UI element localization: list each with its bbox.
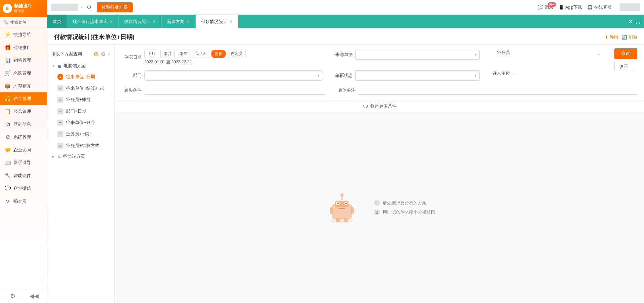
source-select-arrow: ▾ (475, 53, 477, 57)
online-service-action[interactable]: 🎧 在线客服 (587, 4, 612, 10)
topbar-actions: 💬 消息 99+ 📱 App下载 🎧 在线客服 (538, 3, 640, 11)
scheme-item-unit-settle[interactable]: ≡往来单位+结算方式 (47, 83, 114, 94)
scheme-item-icon-unit-account: ≣ (57, 120, 63, 126)
export-btn[interactable]: ⬆ 导出 (605, 34, 618, 40)
scheme-item-staff-date[interactable]: ≡业务员+日期 (47, 128, 114, 140)
app-name: 畅捷通巧 (14, 3, 32, 9)
settings-footer-btn[interactable]: ⚙ (3, 292, 22, 300)
filter-area: 单据日期 上月本月本年近7天更多自定义 2022-01-01 至 2022-12… (115, 45, 644, 112)
group-icon-mobile: 🖥 (57, 154, 61, 159)
sidebar-item-system[interactable]: ⚙系统管理 (0, 131, 47, 144)
empty-steps: 1 请先选择要分析的方案 2 用过滤条件来缩小分析范围 (374, 200, 435, 215)
collapse-panel-icon[interactable]: « (108, 51, 110, 57)
sidebar-item-basic[interactable]: 🗂基础信息 (0, 118, 47, 131)
scheme-item-unit-account[interactable]: ≣往来单位+账号 (47, 117, 114, 128)
message-action[interactable]: 💬 消息 99+ (538, 4, 553, 10)
dept-select[interactable]: ▾ (144, 70, 322, 81)
date-btn-更多[interactable]: 更多 (211, 50, 226, 58)
sidebar-item-vip[interactable]: V畅会员 (0, 195, 47, 208)
collapse-filter-btn[interactable]: ∧∧ 收起更多条件 (115, 100, 644, 112)
vip-icon: V (5, 198, 11, 204)
svg-point-13 (340, 193, 344, 197)
tab-close-receipt-stats[interactable]: ✕ (152, 19, 156, 24)
scheme-item-unit-date[interactable]: ●往来单位+日期 (47, 71, 114, 83)
sidebar-item-cooperation[interactable]: 🤝企业协同 (0, 144, 47, 156)
page-title: 付款情况统计(往来单位+日期) (54, 33, 135, 41)
tab-payment-stats[interactable]: 付款情况统计✕ (196, 15, 238, 28)
scheme-item-staff-account[interactable]: ≡业务员+账号 (47, 94, 114, 105)
date-btn-本年[interactable]: 本年 (177, 50, 191, 58)
user-dropdown-arrow[interactable]: ▾ (81, 5, 83, 9)
settings-scheme-icon[interactable]: ⚙ (101, 51, 106, 57)
filter-row-2: 部门 ▾ 单据状态 ▾ (121, 70, 637, 81)
scheme-group-header-mobile[interactable]: ▶🖥移动端方案 (47, 151, 114, 161)
source-select[interactable]: ▾ (355, 50, 480, 60)
tab-close-bank-flow[interactable]: ✕ (110, 19, 113, 24)
app-download-action[interactable]: 📱 App下载 (559, 4, 582, 10)
tab-bank-flow[interactable]: 现金银行流水查询✕ (67, 15, 119, 28)
sidebar-item-sales[interactable]: 📊销售管理 (0, 54, 47, 67)
header-note-input[interactable] (144, 86, 325, 95)
scheme-group-header-desktop[interactable]: ▼🖥电脑端方案 (47, 61, 114, 71)
sidebar-item-quick-nav[interactable]: ⚡快捷导航 (0, 28, 47, 41)
tab-receipt-stats[interactable]: 收款情况统计✕ (119, 15, 162, 28)
topbar-user-right[interactable] (620, 3, 640, 11)
sidebar-item-inventory[interactable]: 📦库存核算 (0, 80, 47, 92)
date-options-group: 上月本月本年近7天更多自定义 2022-01-01 至 2022-12-31 (144, 50, 246, 65)
quick-nav-icon: ⚡ (5, 32, 11, 38)
scheme-item-label-unit-account: 往来单位+账号 (66, 120, 95, 126)
sidebar-item-finance[interactable]: 💰资金管理 (0, 92, 47, 105)
tab-close-all-icon[interactable]: ✕ (628, 19, 633, 25)
date-btn-上月[interactable]: 上月 (144, 50, 158, 58)
settings-gear-icon[interactable]: ⚙ (87, 4, 91, 10)
scheme-item-dept-date[interactable]: ≡部门+日期 (47, 105, 114, 117)
sidebar-item-marketing[interactable]: 🎁营销推广 (0, 41, 47, 54)
dept-label: 部门 (121, 72, 142, 79)
sidebar-item-hardware[interactable]: 🔧智能硬件 (0, 169, 47, 182)
sidebar-item-wechat[interactable]: 💬企业微信 (0, 182, 47, 195)
scheme-item-label-unit-settle: 往来单位+结算方式 (66, 85, 104, 91)
collapse-sidebar-btn[interactable]: ◀◀ (25, 292, 44, 300)
date-label: 单据日期 (121, 54, 142, 60)
group-arrow-desktop: ▼ (52, 64, 55, 68)
query-btn[interactable]: 查询 (614, 48, 637, 59)
body-note-input[interactable] (358, 86, 637, 95)
date-btn-本月[interactable]: 本月 (160, 50, 175, 58)
topbar-user[interactable] (51, 4, 78, 11)
sidebar-item-label: 销售管理 (13, 57, 31, 63)
date-btn-自定义[interactable]: 自定义 (228, 50, 246, 58)
status-filter-field: 单据状态 ▾ (329, 70, 480, 81)
sidebar-search[interactable]: 🔍 搜索菜单 (0, 17, 47, 28)
tab-close-new-scheme[interactable]: ✕ (186, 19, 190, 24)
sidebar-item-purchase[interactable]: 🛒采购管理 (0, 67, 47, 80)
status-select[interactable]: ▾ (355, 70, 480, 81)
setting-btn[interactable]: 设置 (614, 61, 633, 72)
scheme-group-desktop: ▼🖥电脑端方案●往来单位+日期≡往来单位+结算方式≡业务员+账号≡部门+日期≣往… (47, 61, 114, 151)
collapse-arrow-icon: ∧∧ (362, 104, 369, 109)
tab-expand-icon[interactable]: ⛶ (635, 19, 641, 25)
group-arrow-mobile: ▶ (52, 155, 55, 158)
basic-icon: 🗂 (5, 121, 11, 127)
refresh-btn[interactable]: 🔄 刷新 (622, 34, 637, 40)
dept-select-arrow: ▾ (317, 73, 319, 78)
tab-home[interactable]: 首页 (47, 15, 67, 28)
trial-btn[interactable]: 体验行业方案 (97, 2, 133, 12)
staff-filter-field: 业务员 ··· 查询 设置 (487, 50, 637, 56)
date-btn-近7天[interactable]: 近7天 (193, 50, 209, 58)
svg-point-5 (337, 202, 339, 204)
tab-new-scheme[interactable]: 新建方案✕ (162, 15, 196, 28)
step1-text: 请先选择要分析的方案 (383, 200, 427, 206)
add-scheme-icon[interactable]: ⊕ (94, 50, 99, 58)
source-filter-field: 来源单据 ▾ (329, 50, 480, 60)
sidebar-item-label: 畅会员 (13, 198, 27, 204)
scheme-panel-header: 按以下方案查询 ⊕ ⚙ « (47, 48, 114, 61)
scheme-item-staff-settle[interactable]: ≡业务员+结算方式 (47, 140, 114, 151)
tab-close-payment-stats[interactable]: ✕ (229, 19, 233, 24)
staff-label: 业务员 (487, 50, 510, 56)
scheme-item-label-unit-date: 往来单位+日期 (66, 74, 95, 80)
tab-label-payment-stats: 付款情况统计 (201, 19, 227, 25)
page-header: 付款情况统计(往来单位+日期) ⬆ 导出 🔄 刷新 (47, 28, 644, 45)
tab-label-home: 首页 (53, 19, 61, 25)
sidebar-item-business[interactable]: 📋经营管理 (0, 105, 47, 118)
sidebar-item-guide[interactable]: 📖新手引导 (0, 156, 47, 169)
